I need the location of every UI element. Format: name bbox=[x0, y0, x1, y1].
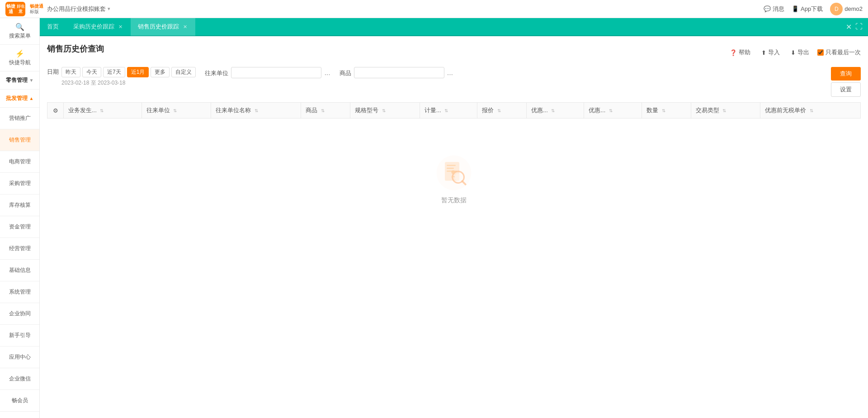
sidebar-item-search-menu[interactable]: 🔍 搜索菜单 bbox=[0, 18, 39, 45]
sidebar-item-wholesale[interactable]: 批发管理 ▲ bbox=[0, 90, 39, 108]
table-header: ⚙ 业务发生... ⇅ 往来单位 ⇅ 往来单位名称 ⇅ bbox=[47, 103, 861, 119]
sidebar-item-wechat[interactable]: 企业微信 bbox=[0, 368, 39, 390]
topbar: 畅捷通 好生意 畅捷通 标版 办公用品行业模拟账套 ▾ 💬 消息 📱 App下载… bbox=[0, 0, 868, 18]
export-button[interactable]: ⬇ 导出 bbox=[788, 47, 812, 58]
download-icon: 📱 bbox=[792, 5, 799, 12]
date-btn-more[interactable]: 更多 bbox=[151, 67, 170, 77]
sidebar-item-guide[interactable]: 新手引导 bbox=[0, 325, 39, 347]
table-col-spec[interactable]: 规格型号 ⇅ bbox=[350, 103, 420, 119]
table-col-unit[interactable]: 计量... ⇅ bbox=[420, 103, 477, 119]
sidebar-item-system[interactable]: 系统管理 bbox=[0, 281, 39, 303]
sidebar-item-sales[interactable]: 销售管理 bbox=[0, 129, 39, 151]
settings-button[interactable]: 设置 bbox=[831, 82, 861, 97]
tab-purchase-history-close[interactable]: ✕ bbox=[117, 24, 123, 30]
sidebar-item-app-center[interactable]: 应用中心 bbox=[0, 347, 39, 368]
date-btn-today[interactable]: 今天 bbox=[82, 67, 101, 77]
svg-point-8 bbox=[451, 170, 455, 174]
data-table: ⚙ 业务发生... ⇅ 往来单位 ⇅ 往来单位名称 ⇅ bbox=[47, 102, 861, 119]
table-col-discount1[interactable]: 优惠... ⇅ bbox=[526, 103, 584, 119]
lightning-icon: ⚡ bbox=[15, 49, 24, 58]
date-btn-yesterday[interactable]: 昨天 bbox=[61, 67, 80, 77]
sort-icon: ⇅ bbox=[173, 108, 177, 113]
product-dots-button[interactable]: ... bbox=[447, 69, 453, 77]
help-button[interactable]: ❓ 帮助 bbox=[727, 47, 753, 58]
table-col-quantity[interactable]: 数量 ⇅ bbox=[642, 103, 691, 119]
main-layout: 🔍 搜索菜单 ⚡ 快捷导航 零售管理 ▼ 批发管理 ▲ 营销推广 销售管理 电商… bbox=[0, 18, 868, 418]
product-filter-input[interactable] bbox=[354, 67, 444, 78]
sidebar-item-quick-nav[interactable]: ⚡ 快捷导航 bbox=[0, 45, 39, 71]
sort-icon: ⇅ bbox=[100, 108, 104, 113]
sort-icon: ⇅ bbox=[609, 108, 613, 113]
sidebar-item-operation[interactable]: 经营管理 bbox=[0, 238, 39, 260]
partner-filter-label: 往来单位 bbox=[205, 68, 228, 77]
table-col-trade-type[interactable]: 交易类型 ⇅ bbox=[691, 103, 760, 119]
sort-icon: ⇅ bbox=[497, 108, 501, 113]
sidebar-item-enterprise[interactable]: 企业协同 bbox=[0, 303, 39, 325]
sidebar-item-ecommerce[interactable]: 电商管理 bbox=[0, 151, 39, 173]
content-area: 首页 采购历史价跟踪 ✕ 销售历史价跟踪 ✕ ✕ ⛶ 销售历史价查询 bbox=[40, 18, 868, 418]
import-icon: ⬆ bbox=[761, 49, 766, 56]
svg-rect-3 bbox=[447, 168, 454, 169]
date-btn-1month[interactable]: 近1月 bbox=[127, 67, 149, 77]
sort-icon: ⇅ bbox=[722, 108, 726, 113]
app-selector-dropdown[interactable]: 办公用品行业模拟账套 ▾ bbox=[47, 5, 760, 13]
table-col-partner-name[interactable]: 往来单位名称 ⇅ bbox=[211, 103, 301, 119]
page-content: 销售历史价查询 ❓ 帮助 ⬆ 导入 ⬇ 导出 bbox=[40, 36, 868, 418]
product-filter-group: 商品 ... bbox=[340, 67, 453, 78]
date-btn-custom[interactable]: 自定义 bbox=[171, 67, 196, 77]
app-download-button[interactable]: 📱 App下载 bbox=[792, 5, 823, 13]
page-title: 销售历史价查询 bbox=[47, 43, 104, 54]
date-filter-options: 昨天 今天 近7天 近1月 更多 自定义 2023-02-18 至 2023-0… bbox=[61, 67, 196, 87]
message-button[interactable]: 💬 消息 bbox=[764, 5, 784, 13]
date-buttons: 昨天 今天 近7天 近1月 更多 自定义 bbox=[61, 67, 196, 77]
tab-home[interactable]: 首页 bbox=[40, 18, 66, 36]
sidebar-item-finance[interactable]: 资金管理 bbox=[0, 216, 39, 238]
user-menu[interactable]: D demo2 bbox=[830, 3, 863, 15]
tab-sales-history[interactable]: 销售历史价跟踪 ✕ bbox=[131, 18, 195, 36]
date-range-display: 2023-02-18 至 2023-03-18 bbox=[61, 79, 196, 87]
table-col-partner[interactable]: 往来单位 ⇅ bbox=[142, 103, 211, 119]
sidebar-item-retail[interactable]: 零售管理 ▼ bbox=[0, 71, 39, 90]
sidebar-item-purchase[interactable]: 采购管理 bbox=[0, 173, 39, 195]
sidebar: 🔍 搜索菜单 ⚡ 快捷导航 零售管理 ▼ 批发管理 ▲ 营销推广 销售管理 电商… bbox=[0, 18, 40, 418]
only-last-input[interactable] bbox=[817, 49, 824, 56]
table-col-pre-tax[interactable]: 优惠前无税单价 ⇅ bbox=[760, 103, 861, 119]
date-filter-label: 日期 bbox=[47, 67, 59, 76]
tab-purchase-history[interactable]: 采购历史价跟踪 ✕ bbox=[66, 18, 131, 36]
product-filter-label: 商品 bbox=[340, 68, 351, 77]
app-logo: 畅捷通 好生意 bbox=[5, 2, 25, 16]
brand-label: 畅捷通 bbox=[30, 4, 43, 9]
sort-icon: ⇅ bbox=[255, 108, 258, 113]
query-button[interactable]: 查询 bbox=[831, 67, 861, 81]
message-icon: 💬 bbox=[764, 5, 771, 12]
help-icon: ❓ bbox=[730, 49, 737, 56]
version-label: 标版 bbox=[30, 9, 43, 14]
maximize-icon[interactable]: ⛶ bbox=[855, 23, 863, 31]
table-col-biz-date[interactable]: 业务发生... ⇅ bbox=[64, 103, 142, 119]
sort-icon: ⇅ bbox=[551, 108, 555, 113]
only-last-checkbox[interactable]: 只看最后一次 bbox=[817, 48, 861, 57]
export-icon: ⬇ bbox=[791, 49, 796, 56]
tab-sales-history-close[interactable]: ✕ bbox=[182, 24, 188, 30]
table-col-quote[interactable]: 报价 ⇅ bbox=[477, 103, 527, 119]
sidebar-item-basic-info[interactable]: 基础信息 bbox=[0, 260, 39, 281]
search-icon: 🔍 bbox=[15, 23, 24, 31]
sidebar-item-marketing[interactable]: 营销推广 bbox=[0, 108, 39, 129]
date-filter-group: 日期 昨天 今天 近7天 近1月 更多 自定义 2023-02-18 至 202… bbox=[47, 67, 196, 87]
sidebar-item-member[interactable]: 畅会员 bbox=[0, 390, 39, 412]
sort-icon: ⇅ bbox=[321, 108, 325, 113]
sidebar-item-inventory[interactable]: 库存核算 bbox=[0, 195, 39, 216]
empty-state: 暂无数据 bbox=[47, 119, 861, 241]
table-col-product[interactable]: 商品 ⇅ bbox=[301, 103, 350, 119]
table-col-discount2[interactable]: 优惠... ⇅ bbox=[584, 103, 642, 119]
svg-point-6 bbox=[455, 174, 462, 181]
partner-filter-input[interactable] bbox=[231, 67, 321, 78]
import-button[interactable]: ⬆ 导入 bbox=[759, 47, 783, 58]
close-all-icon[interactable]: ✕ bbox=[846, 23, 852, 31]
table-col-settings[interactable]: ⚙ bbox=[47, 103, 64, 119]
sort-icon: ⇅ bbox=[810, 108, 813, 113]
date-btn-7days[interactable]: 近7天 bbox=[103, 67, 125, 77]
partner-dots-button[interactable]: ... bbox=[324, 69, 330, 77]
empty-state-illustration bbox=[436, 155, 472, 191]
chevron-down-icon: ▾ bbox=[108, 6, 110, 12]
